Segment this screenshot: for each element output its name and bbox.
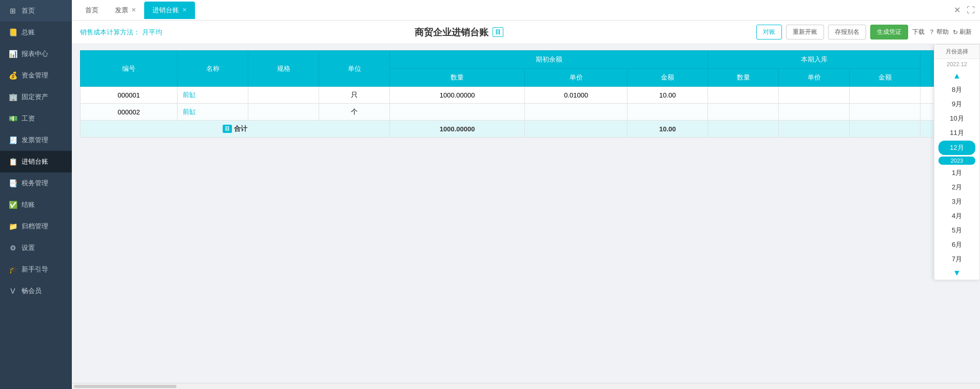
refresh-link[interactable]: ↻ 刷新 [953,28,972,36]
reopen-button[interactable]: 重新开账 [786,25,824,40]
month-panel: 月份选择 2022.12 ▲ 8月9月10月11月12月 2023 1月2月3月… [934,44,980,280]
month-item-7月[interactable]: 7月 [934,252,979,266]
cost-method-value: 月平均 [142,28,162,36]
cell-opening-price [525,104,628,121]
maximize-button[interactable]: ⛶ [966,4,976,16]
total-opening-amount: 10.00 [627,121,708,138]
archive-icon: 📁 [8,222,17,230]
sidebar-item-tax[interactable]: 📑 税务管理 [0,172,72,194]
month-item-5月[interactable]: 5月 [934,223,979,238]
total-label: 合计 [234,124,247,133]
generate-button[interactable]: 生成凭证 [870,25,908,40]
main-content: ✕ ⛶ 首页发票✕进销台账✕ 销售成本计算方法： 月平均 商贸企业进销台账 目 … [72,0,980,389]
month-item-10月[interactable]: 10月 [934,111,979,126]
total-label-cell: 目 合计 [81,121,390,138]
tab-home-tab[interactable]: 首页 [77,2,107,19]
sidebar-item-invoice-mgmt[interactable]: 🧾 发票管理 [0,129,72,151]
sidebar-item-member[interactable]: V 畅会员 [0,280,72,302]
cell-opening-amount: 10.00 [627,87,708,104]
month-item-9月[interactable]: 9月 [934,97,979,111]
settings-icon: ⚙ [8,244,17,252]
sidebar-item-funds[interactable]: 💰 资金管理 [0,65,72,86]
top-bar: 销售成本计算方法： 月平均 商贸企业进销台账 目 对账 重新开账 存报别名 生成… [72,21,980,44]
tabs-bar: 首页发票✕进销台账✕ [72,0,980,21]
month-panel-title: 月份选择 [934,45,979,59]
col-opening-amount: 金额 [627,69,708,87]
sidebar-item-settlement[interactable]: ✅ 结账 [0,194,72,216]
scrollbar-area[interactable] [72,383,980,389]
sidebar-item-home[interactable]: ⊞ 首页 [0,0,72,22]
reconcile-button[interactable]: 对账 [756,25,782,40]
sidebar-label-member: 畅会员 [22,286,42,296]
sidebar-label-tax: 税务管理 [22,179,48,188]
month-item-1月[interactable]: 1月 [934,166,979,180]
month-item-2月[interactable]: 2月 [934,180,979,194]
save-as-button[interactable]: 存报别名 [828,25,866,40]
invoice-mgmt-icon: 🧾 [8,136,17,144]
tab-inventory-tab[interactable]: 进销台账✕ [144,2,195,19]
month-item-11月[interactable]: 11月 [934,126,979,140]
tab-close-inventory-tab[interactable]: ✕ [182,7,187,13]
cell-name: 前缸 [178,104,248,121]
sidebar-item-archive[interactable]: 📁 归档管理 [0,216,72,237]
tax-icon: 📑 [8,179,17,187]
month-item-12月[interactable]: 12月 [938,141,975,155]
col-spec: 规格 [248,51,319,87]
cost-method-label: 销售成本计算方法： [80,28,140,36]
col-in-price: 单价 [779,69,850,87]
page-title-area: 商贸企业进销台账 目 [162,26,756,38]
cell-opening-amount [627,104,708,121]
tab-close-invoice-tab[interactable]: ✕ [131,7,136,13]
general-ledger-icon: 📒 [8,28,17,36]
sidebar-item-fixed-assets[interactable]: 🏢 固定资产 [0,86,72,108]
col-unit: 单位 [319,51,390,87]
sidebar-item-inventory[interactable]: 📋 进销台账 [0,151,72,172]
tab-label-inventory-tab: 进销台账 [152,6,179,15]
close-button[interactable]: ✕ [953,4,962,16]
total-icon: 目 [223,125,232,133]
sidebar-item-general-ledger[interactable]: 📒 总账 [0,22,72,43]
month-nav-down[interactable]: ▼ [934,266,979,280]
sidebar-label-archive: 归档管理 [22,222,48,231]
current-year-label: 2022.12 [934,59,979,69]
month-nav-up[interactable]: ▲ [934,69,979,83]
cell-name: 前缸 [178,87,248,104]
sidebar-item-settings[interactable]: ⚙ 设置 [0,237,72,259]
cell-opening-qty [390,104,525,121]
payroll-icon: 💵 [8,114,17,123]
month-item-4月[interactable]: 4月 [934,209,979,223]
title-info-icon[interactable]: 目 [493,27,503,37]
funds-icon: 💰 [8,71,17,80]
inventory-table: 编号 名称 规格 单位 期初余额 本期入库 数 数量 单价 金额 数量 单价 金… [80,50,972,138]
sidebar-item-reports[interactable]: 📊 报表中心 [0,43,72,65]
tab-invoice-tab[interactable]: 发票✕ [107,2,144,19]
home-icon: ⊞ [8,7,17,15]
sidebar-item-payroll[interactable]: 💵 工资 [0,108,72,129]
cell-spec [248,104,319,121]
month-item-3月[interactable]: 3月 [934,194,979,209]
sidebar-label-invoice-mgmt: 发票管理 [22,135,48,145]
sidebar-label-payroll: 工资 [22,114,35,123]
tab-label-invoice-tab: 发票 [115,6,128,15]
cell-unit: 只 [319,87,390,104]
month-item-6月[interactable]: 6月 [934,238,979,252]
help-link[interactable]: ？ 帮助 [929,28,949,36]
table-row[interactable]: 000002 前缸 个 [81,104,972,121]
cost-method: 销售成本计算方法： 月平均 [80,28,162,37]
scrollbar-thumb[interactable] [74,385,177,388]
cell-in-price [779,104,850,121]
sidebar-label-general-ledger: 总账 [22,28,35,37]
sidebar-label-inventory: 进销台账 [22,157,48,166]
table-row[interactable]: 000001 前缸 只 1000.00000 0.01000 10.00 [81,87,972,104]
window-controls: ✕ ⛶ [953,4,976,16]
guide-icon: 🎓 [8,265,17,274]
download-link[interactable]: 下载 [912,28,925,36]
member-icon: V [8,287,17,295]
content-area: 编号 名称 规格 单位 期初余额 本期入库 数 数量 单价 金额 数量 单价 金… [72,44,980,383]
col-opening-price: 单价 [525,69,628,87]
sidebar-item-guide[interactable]: 🎓 新手引导 [0,259,72,280]
month-item-8月[interactable]: 8月 [934,83,979,97]
col-in-qty: 数量 [708,69,779,87]
cell-opening-price: 0.01000 [525,87,628,104]
cell-in-amount [850,87,920,104]
